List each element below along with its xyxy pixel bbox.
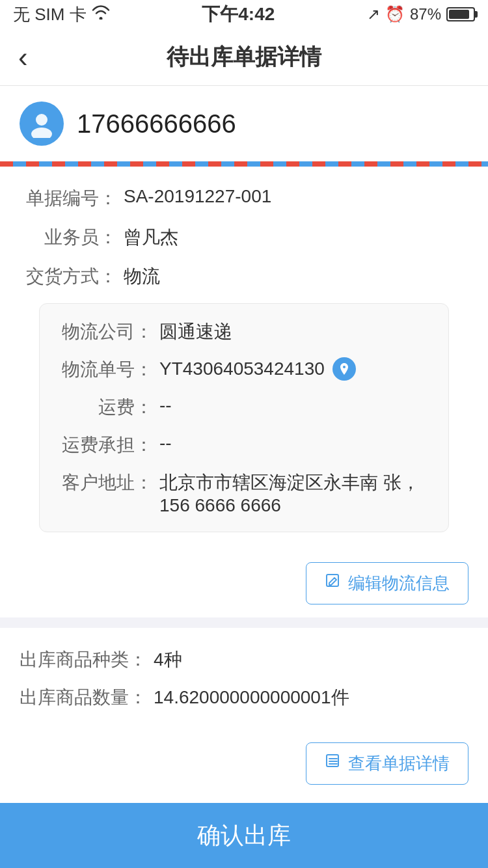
status-bar-right: ↗ ⏰ 87% (367, 5, 475, 23)
dashed-separator (0, 161, 488, 167)
tracking-location-icon[interactable] (332, 357, 356, 381)
salesperson-row: 业务员： 曾凡杰 (20, 225, 468, 250)
logistics-tracking-value: YT43064053424130 (159, 357, 433, 381)
customer-avatar (20, 102, 64, 146)
battery-percent: 87% (410, 5, 441, 23)
page-title: 待出库单据详情 (167, 42, 321, 72)
address-label: 客户地址： (55, 470, 159, 495)
status-bar-left: 无 SIM 卡 (13, 3, 110, 26)
logistics-company-row: 物流公司： 圆通速递 (55, 319, 433, 344)
edit-logistics-button[interactable]: 编辑物流信息 (306, 562, 468, 604)
customer-header: 17666666666 (0, 86, 488, 161)
edit-icon (325, 573, 342, 594)
logistics-company-label: 物流公司： (55, 319, 159, 344)
logistics-card: 物流公司： 圆通速递 物流单号： YT43064053424130 (39, 303, 449, 532)
content-area: 17666666666 单据编号： SA-20191227-001 业务员： 曾… (0, 86, 488, 868)
list-icon (325, 753, 342, 774)
view-btn-container: 查看单据详情 (0, 736, 488, 804)
status-bar: 无 SIM 卡 下午4:42 ↗ ⏰ 87% (0, 0, 488, 29)
confirm-btn-container: 确认出库 (0, 803, 488, 868)
delivery-method-value: 物流 (124, 264, 468, 289)
goods-types-row: 出库商品种类： 4种 (20, 647, 468, 672)
svg-point-0 (36, 114, 47, 126)
goods-section: 出库商品种类： 4种 出库商品数量： 14.620000000000001件 (0, 628, 488, 736)
view-details-label: 查看单据详情 (348, 752, 450, 775)
customer-phone: 17666666666 (77, 109, 236, 139)
address-value: 北京市市辖区海淀区永丰南 张，156 6666 6666 (159, 470, 433, 516)
document-no-row: 单据编号： SA-20191227-001 (20, 186, 468, 211)
confirm-btn-label: 确认出库 (197, 820, 291, 852)
carrier-text: 无 SIM 卡 (13, 3, 87, 26)
goods-types-value: 4种 (154, 647, 468, 672)
basic-info-section: 单据编号： SA-20191227-001 业务员： 曾凡杰 交货方式： 物流 … (0, 167, 488, 552)
goods-types-label: 出库商品种类： (20, 647, 154, 672)
document-no-label: 单据编号： (20, 186, 124, 211)
delivery-method-label: 交货方式： (20, 264, 124, 289)
goods-quantity-label: 出库商品数量： (20, 685, 154, 710)
svg-rect-3 (327, 755, 338, 766)
freight-value: -- (159, 395, 433, 416)
salesperson-label: 业务员： (20, 225, 124, 250)
goods-quantity-row: 出库商品数量： 14.620000000000001件 (20, 685, 468, 710)
status-time: 下午4:42 (202, 2, 275, 27)
freight-label: 运费： (55, 395, 159, 420)
delivery-method-row: 交货方式： 物流 (20, 264, 468, 289)
freight-bearer-label: 运费承担： (55, 433, 159, 457)
document-no-value: SA-20191227-001 (124, 186, 468, 207)
salesperson-value: 曾凡杰 (124, 225, 468, 250)
freight-bearer-value: -- (159, 433, 433, 454)
nav-bar: ‹ 待出库单据详情 (0, 29, 488, 86)
location-status-icon: ↗ (367, 5, 380, 23)
address-row: 客户地址： 北京市市辖区海淀区永丰南 张，156 6666 6666 (55, 470, 433, 516)
battery-icon (446, 7, 475, 21)
freight-row: 运费： -- (55, 395, 433, 420)
wifi-icon (92, 5, 110, 23)
freight-bearer-row: 运费承担： -- (55, 433, 433, 457)
edit-logistics-label: 编辑物流信息 (348, 572, 450, 595)
view-details-button[interactable]: 查看单据详情 (306, 742, 468, 785)
logistics-company-value: 圆通速递 (159, 319, 433, 344)
tracking-number: YT43064053424130 (159, 359, 325, 379)
alarm-icon: ⏰ (385, 5, 405, 23)
logistics-tracking-row: 物流单号： YT43064053424130 (55, 357, 433, 382)
goods-quantity-value: 14.620000000000001件 (154, 685, 468, 710)
section-divider (0, 617, 488, 628)
svg-point-1 (31, 128, 52, 138)
edit-btn-container: 编辑物流信息 (0, 552, 488, 617)
battery-fill (449, 10, 469, 19)
back-button[interactable]: ‹ (18, 43, 28, 72)
logistics-tracking-label: 物流单号： (55, 357, 159, 382)
confirm-outbound-button[interactable]: 确认出库 (0, 803, 488, 868)
